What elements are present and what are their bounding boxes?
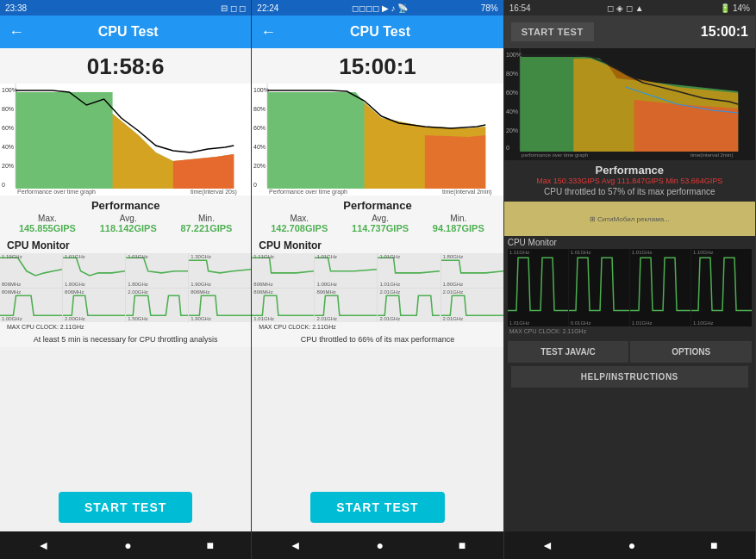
timer-3: 15:00:1 [701,24,748,40]
ad-banner-3: ⊞ СитиМобил реклама... [504,202,755,236]
perf-max-2: Max. 142.708GIPS [271,214,328,233]
perf-max-1: Max. 145.855GIPS [19,214,76,233]
perf-min-2: Min. 94.187GIPS [433,214,484,233]
cpu-core-7: 2.00GHz 1.50GHz [126,289,188,323]
p2-cpu-core-7: 2.01GHz 2.01GHz [378,289,440,323]
status-time-3: 16:54 [509,3,531,13]
status-battery-2: 78% [481,3,498,13]
p2-cpu-core-4: 1.80GHz 1.80GHz [441,253,503,288]
perf-row-2: Max. 142.708GIPS Avg. 114.737GIPS Min. 9… [259,214,496,233]
p2-cpu-core-1: 1.11GHz 806MHz [252,253,314,288]
svg-text:100%: 100% [2,87,17,93]
perf-values-3: Max 150.333GIPS Avg 111.847GIPS Min 53.6… [511,177,748,185]
max-cpu-clock-1: MAX CPU CLOCK: 2.11GHz [0,322,251,332]
status-icons-3: ◻ ◈ ◻ ▲ [607,3,643,13]
nav-square-2[interactable]: ■ [459,538,465,552]
performance-section-1: Performance Max. 145.855GIPS Avg. 118.14… [0,196,251,237]
perf-min-label-1: Min. [198,214,215,223]
p2-cpu-core-8: 2.01GHz 2.01GHz [441,289,503,323]
perf-max-label-2: Max. [290,214,309,223]
perf-avg-val-1: 118.142GIPS [100,223,157,233]
start-test-button-2[interactable]: START TEST [310,492,444,523]
top-bar-1: ← CPU Test [0,16,251,48]
svg-text:20%: 20% [2,163,14,169]
panel3-header: START TEST 15:00:1 [504,16,755,48]
back-button-2[interactable]: ← [260,23,276,41]
cpu-monitor-3: CPU Monitor 1.11GHz 1.01GHz 1.01GHz 0.01… [504,236,755,338]
svg-text:20%: 20% [506,127,518,134]
perf-max-label-1: Max. [38,214,57,223]
timer-1: 01:58:6 [0,48,251,84]
nav-square-1[interactable]: ■ [206,538,213,552]
start-test-button-3[interactable]: START TEST [511,22,594,41]
perf-min-val-2: 94.187GIPS [433,223,484,233]
svg-text:60%: 60% [506,90,518,96]
perf-min-val-1: 87.221GIPS [181,223,233,233]
svg-text:Performance over time graph: Performance over time graph [17,189,96,196]
panel3-bottom-btns: TEST JAVA/C OPTIONS [504,338,755,366]
cpu-core-1: 1.19GHz 806MHz [0,253,62,288]
perf-row-1: Max. 145.855GIPS Avg. 118.142GIPS Min. 8… [7,214,244,233]
graph-2: 100% 80% 60% 40% 20% 0 Performance over … [252,84,503,196]
options-button-3[interactable]: OPTIONS [630,341,752,363]
perf-max-val-2: 142.708GIPS [271,223,328,233]
help-instructions-button-3[interactable]: HELP/INSTRUCTIONS [511,366,748,388]
perf-title-3: Performance [511,164,748,177]
perf-avg-1: Avg. 118.142GIPS [100,214,157,233]
status-bar-1: 23:38 ⊟ ◻ ◻ [0,0,251,16]
nav-back-2[interactable]: ◄ [290,538,302,552]
perf-title-1: Performance [7,199,244,212]
perf-avg-label-1: Avg. [120,214,137,223]
nav-back-3[interactable]: ◄ [541,538,553,552]
start-test-button-1[interactable]: START TEST [59,492,192,523]
test-java-button-3[interactable]: TEST JAVA/C [508,341,629,363]
svg-text:time(interval 2min): time(interval 2min) [442,189,492,196]
p2-cpu-core-3: 1.01GHz 1.01GHz [378,253,440,288]
perf-title-2: Performance [259,199,496,212]
status-icons-1: ⊟ ◻ ◻ [221,3,247,13]
perf-section-3: Performance Max 150.333GIPS Avg 111.847G… [504,160,755,202]
perf-avg-2: Avg. 114.737GIPS [352,214,409,233]
status-battery-3: 🔋 14% [720,3,750,13]
perf-avg-label-2: Avg. [372,214,389,223]
cpu-monitor-label-3: CPU Monitor [508,238,752,247]
cpu-core-4: 1.30GHz 1.90GHz [189,253,251,288]
svg-text:Performance over time graph: Performance over time graph [269,189,347,196]
svg-text:60%: 60% [2,125,14,131]
perf-avg-val-2: 114.737GIPS [352,223,409,233]
p2-cpu-core-5: 806MHz 1.01GHz [252,289,314,323]
svg-text:80%: 80% [506,71,518,77]
status-bar-2: 22:24 ◻◻◻◻ ▶ ♪ 📡 78% [252,0,503,16]
svg-text:80%: 80% [2,106,14,112]
max-cpu-clock-2: MAX CPU CLOCK: 2.11GHz [252,322,503,332]
svg-text:100%: 100% [506,52,522,58]
cpu-monitor-title-2: CPU Monitor [252,237,503,253]
nav-home-1[interactable]: ● [124,538,131,552]
timer-2: 15:00:1 [252,48,503,84]
back-button-1[interactable]: ← [9,23,24,41]
svg-marker-51 [634,100,738,152]
bottom-nav-1: ◄ ● ■ [0,531,251,559]
svg-text:20%: 20% [253,163,266,169]
app-title-1: CPU Test [31,24,225,40]
svg-text:40%: 40% [2,144,14,150]
perf-min-1: Min. 87.221GIPS [181,214,233,233]
graph-1: 100% 80% 60% 40% 20% 0 Performance over … [0,84,251,196]
cpu-core-5: 806MHz 1.00GHz [0,289,62,323]
panel-1: 23:38 ⊟ ◻ ◻ ← CPU Test 01:58:6 100% 80% … [0,0,252,559]
bottom-nav-3: ◄ ● ■ [504,531,755,559]
max-cpu-clock-3: MAX CPU CLOCK: 2.11GHz [508,326,752,336]
svg-text:0: 0 [2,182,5,188]
bottom-nav-2: ◄ ● ■ [252,531,503,559]
p2-cpu-core-2: 1.01GHz 1.00GHz [315,253,377,288]
nav-home-2[interactable]: ● [376,538,383,552]
svg-text:0: 0 [506,145,509,151]
cpu-core-3: 1.01GHz 1.80GHz [126,253,188,288]
p3-cpu-core-4: 1.10GHz 1.10GHz [691,249,752,326]
nav-square-3[interactable]: ■ [710,538,717,552]
svg-text:0: 0 [253,182,257,188]
performance-section-2: Performance Max. 142.708GIPS Avg. 114.73… [252,196,503,237]
nav-home-3[interactable]: ● [628,538,635,552]
cpu-monitor-grid-3: 1.11GHz 1.01GHz 1.01GHz 0.01GHz 1.01GHz [508,249,752,326]
nav-back-1[interactable]: ◄ [37,538,49,552]
